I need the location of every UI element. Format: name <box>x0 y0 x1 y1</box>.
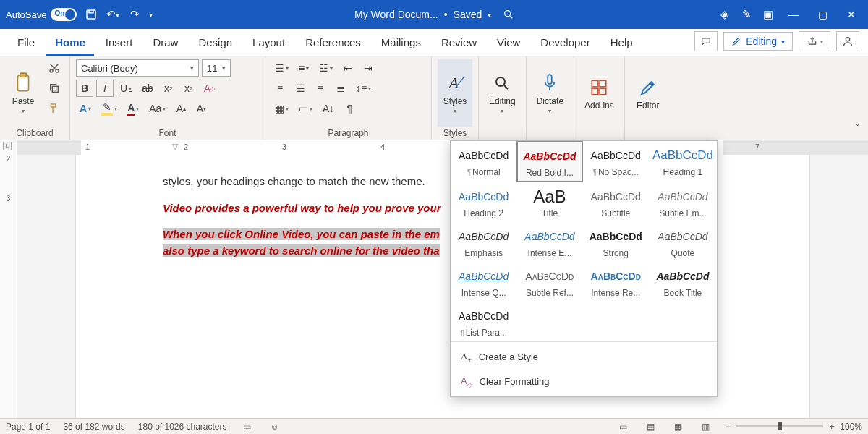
minimize-button[interactable]: — <box>783 4 804 25</box>
style-normal[interactable]: AaBbCcDd¶Normal <box>451 141 516 182</box>
redo-icon[interactable]: ↷ <box>127 7 142 22</box>
zoom-level[interactable]: 100% <box>840 422 862 432</box>
align-right-button[interactable]: ≡ <box>312 80 329 97</box>
style-red-bold-i-[interactable]: AaBbCcDdRed Bold I... <box>516 141 582 182</box>
style-list-para-[interactable]: AaBbCcDd¶List Para... <box>451 302 516 341</box>
editor-button[interactable]: Editor <box>631 59 665 127</box>
save-icon[interactable] <box>84 7 98 22</box>
underline-button[interactable]: U▾ <box>116 80 135 97</box>
autosave-switch[interactable]: On <box>51 8 77 21</box>
sort-button[interactable]: A↓ <box>319 100 338 117</box>
tab-developer[interactable]: Developer <box>532 30 598 56</box>
styles-button[interactable]: A⁄ Styles ▾ <box>438 59 472 127</box>
read-mode-icon[interactable]: ▤ <box>643 421 658 433</box>
tab-draw[interactable]: Draw <box>144 30 187 56</box>
bullets-button[interactable]: ☰▾ <box>271 59 292 77</box>
text-effects-button[interactable]: A▾ <box>76 100 95 117</box>
tab-help[interactable]: Help <box>602 30 642 56</box>
strikethrough-button[interactable]: ab <box>138 80 157 97</box>
style-no-spac-[interactable]: AaBbCcDd¶No Spac... <box>583 141 649 182</box>
editing-mode-button[interactable]: Editing ▾ <box>723 32 793 51</box>
font-size-combo[interactable]: 11▾ <box>202 59 231 77</box>
zoom-out-icon[interactable]: − <box>726 422 731 432</box>
undo-icon[interactable]: ↶▾ <box>106 7 120 22</box>
collapse-ribbon-icon[interactable]: ⌄ <box>854 119 861 128</box>
font-name-combo[interactable]: Calibri (Body)▾ <box>76 59 199 77</box>
bold-button[interactable]: B <box>76 80 93 97</box>
align-center-button[interactable]: ☰ <box>292 80 309 97</box>
tab-file[interactable]: File <box>9 30 43 56</box>
copy-button[interactable] <box>45 80 64 97</box>
accessibility-icon[interactable]: ☺ <box>268 421 282 433</box>
style-title[interactable]: AaBTitle <box>516 182 582 222</box>
addins-button[interactable]: Add-ins <box>580 59 618 127</box>
zoom-slider[interactable]: − + 100% <box>726 422 862 432</box>
clear-formatting-button[interactable]: A◇ <box>200 80 218 97</box>
borders-button[interactable]: ▭▾ <box>295 100 316 117</box>
create-style-item[interactable]: A+ Create a Style <box>451 345 717 370</box>
line-spacing-button[interactable]: ↕≡▾ <box>352 80 375 97</box>
autosave-toggle[interactable]: AutoSave On <box>6 8 77 21</box>
style-heading-1[interactable]: AaBbCcDdHeading 1 <box>649 141 717 182</box>
show-marks-button[interactable]: ¶ <box>341 100 358 117</box>
align-left-button[interactable]: ≡ <box>271 80 289 97</box>
tab-references[interactable]: References <box>297 30 370 56</box>
web-layout-icon[interactable]: ▥ <box>698 421 712 433</box>
style-intense-q-[interactable]: AaBbCcDdIntense Q... <box>451 262 516 302</box>
style-strong[interactable]: AaBbCcDdStrong <box>583 222 649 262</box>
style-heading-2[interactable]: AaBbCcDdHeading 2 <box>451 182 516 222</box>
search-icon[interactable] <box>501 7 516 22</box>
spellcheck-icon[interactable]: ▭ <box>240 421 255 433</box>
style-subtle-ref-[interactable]: AaBbCcDdSubtle Ref... <box>516 262 582 302</box>
decrease-indent-button[interactable]: ⇤ <box>339 59 357 77</box>
page-indicator[interactable]: Page 1 of 1 <box>6 422 50 432</box>
style-intense-re-[interactable]: AaBbCcDdIntense Re... <box>583 262 649 302</box>
tab-view[interactable]: View <box>488 30 529 56</box>
numbering-button[interactable]: ≡▾ <box>295 59 312 77</box>
focus-mode-icon[interactable]: ▭ <box>616 421 630 433</box>
paste-button[interactable]: Paste ▾ <box>6 59 41 127</box>
tab-design[interactable]: Design <box>190 30 241 56</box>
shading-button[interactable]: ▦▾ <box>271 100 292 117</box>
tab-review[interactable]: Review <box>433 30 485 56</box>
share-button[interactable]: ▾ <box>799 31 830 51</box>
tab-layout[interactable]: Layout <box>244 30 294 56</box>
char-count[interactable]: 180 of 1026 characters <box>138 422 227 432</box>
style-emphasis[interactable]: AaBbCcDdEmphasis <box>451 222 516 262</box>
clear-formatting-item[interactable]: A◇ Clear Formatting <box>451 370 717 394</box>
close-button[interactable]: ✕ <box>841 4 862 25</box>
diamond-icon[interactable]: ◈ <box>718 7 732 22</box>
cut-button[interactable] <box>45 59 64 77</box>
highlight-button[interactable]: ✎▾ <box>98 100 121 117</box>
zoom-in-icon[interactable]: + <box>829 422 834 432</box>
increase-indent-button[interactable]: ⇥ <box>359 59 377 77</box>
style-quote[interactable]: AaBbCcDdQuote <box>649 222 717 262</box>
tab-home[interactable]: Home <box>46 30 94 56</box>
superscript-button[interactable]: x2 <box>180 80 197 97</box>
comments-button[interactable] <box>694 31 718 51</box>
style-book-title[interactable]: AaBbCcDdBook Title <box>649 262 717 302</box>
style-subtitle[interactable]: AaBbCcDdSubtitle <box>583 182 649 222</box>
coauthor-icon[interactable] <box>836 31 859 51</box>
style-intense-e-[interactable]: AaBbCcDdIntense E... <box>516 222 582 262</box>
style-subtle-em-[interactable]: AaBbCcDdSubtle Em... <box>649 182 717 222</box>
maximize-button[interactable]: ▢ <box>812 4 833 25</box>
grow-font-button[interactable]: A▴ <box>172 100 190 117</box>
wand-icon[interactable]: ✎ <box>739 7 754 22</box>
italic-button[interactable]: I <box>96 80 114 97</box>
format-painter-button[interactable] <box>45 100 64 117</box>
word-count[interactable]: 36 of 182 words <box>63 422 124 432</box>
dictate-button[interactable]: Dictate ▾ <box>532 59 568 127</box>
change-case-button[interactable]: Aa▾ <box>145 100 169 117</box>
editing-button[interactable]: Editing ▾ <box>485 59 520 127</box>
shrink-font-button[interactable]: A▾ <box>192 100 210 117</box>
tab-insert[interactable]: Insert <box>97 30 142 56</box>
print-layout-icon[interactable]: ▦ <box>671 421 685 433</box>
tab-mailings[interactable]: Mailings <box>373 30 430 56</box>
justify-button[interactable]: ≣ <box>332 80 349 97</box>
subscript-button[interactable]: x2 <box>160 80 177 97</box>
document-title[interactable]: My Word Docum... • Saved ▾ <box>354 9 491 20</box>
window-layout-icon[interactable]: ▣ <box>761 7 775 22</box>
font-color-button[interactable]: A▾ <box>124 100 142 117</box>
indent-marker-icon[interactable]: ▽ <box>172 142 178 151</box>
